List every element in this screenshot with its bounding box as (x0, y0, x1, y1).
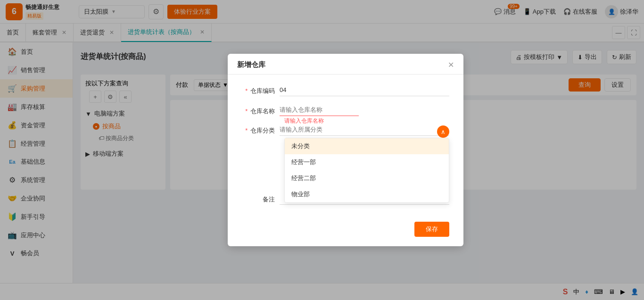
code-label: * 仓库编码 (242, 84, 280, 95)
dropdown-item-unclassified[interactable]: 未分类 (285, 138, 449, 154)
name-field-row: * 仓库名称 请输入仓库名称 (242, 104, 449, 116)
modal-footer: 保存 (228, 222, 463, 237)
notes-label: 备注 (242, 192, 280, 204)
code-input[interactable] (280, 84, 449, 96)
name-required: * (245, 108, 248, 115)
name-input[interactable] (280, 104, 359, 116)
modal-header: 新增仓库 ✕ (228, 54, 463, 75)
category-field-row: * 仓库分类 ∧ 未分类 经营一部 经营二部 物业部 (242, 124, 449, 136)
code-required: * (245, 87, 248, 94)
modal-body: * 仓库编码 * 仓库名称 请输入仓库名称 * 仓库分类 (228, 75, 463, 222)
code-field-row: * 仓库编码 (242, 84, 449, 96)
dropdown-item-dept1[interactable]: 经营一部 (285, 154, 449, 170)
dropdown-item-dept2[interactable]: 经营二部 (285, 170, 449, 186)
category-label: * 仓库分类 (242, 124, 280, 135)
save-button[interactable]: 保存 (414, 222, 449, 237)
modal-title: 新增仓库 (237, 60, 265, 69)
modal-close-button[interactable]: ✕ (448, 60, 454, 69)
category-toggle-button[interactable]: ∧ (437, 125, 449, 138)
category-dropdown: 未分类 经营一部 经营二部 物业部 (284, 138, 449, 203)
category-required: * (245, 127, 248, 134)
dropdown-item-property[interactable]: 物业部 (285, 186, 449, 202)
category-input[interactable] (280, 124, 449, 136)
name-label: * 仓库名称 (242, 104, 280, 116)
new-warehouse-modal: 新增仓库 ✕ * 仓库编码 * 仓库名称 请输入仓库名称 (228, 54, 463, 246)
category-select-wrap: ∧ (280, 124, 449, 136)
